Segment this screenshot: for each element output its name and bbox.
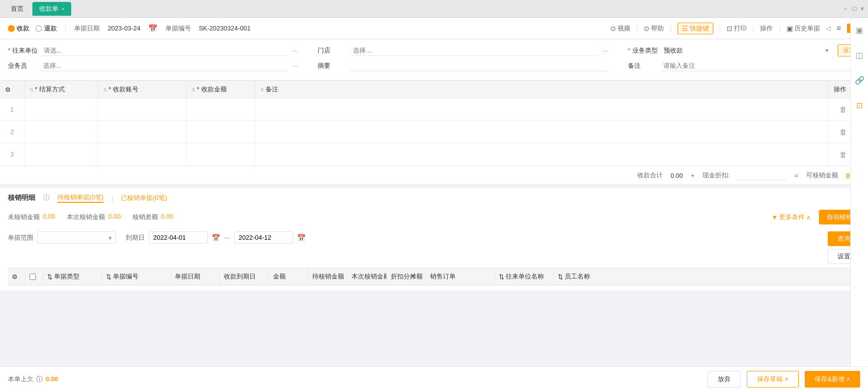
- date-separator: —: [224, 234, 230, 241]
- nav-arrows[interactable]: ◁: [826, 25, 831, 32]
- staff-input[interactable]: [40, 60, 288, 71]
- current-verify-stat: 本次核销金额 0.00: [67, 213, 120, 222]
- table-row: 2 🗑 ⊞: [0, 121, 868, 143]
- bottom-bar: 本单上欠 ⓘ 0.00 放弃 保存草稿 ∧ 保存&新增 ∧: [0, 366, 868, 391]
- staff-more-btn[interactable]: ···: [293, 62, 298, 70]
- range-filter: 单据范围: [8, 231, 116, 244]
- layout-icon[interactable]: ≡: [837, 24, 841, 33]
- due-date-filter: 到期日 📅 — 📅: [126, 231, 305, 244]
- dcol-sales-order: 销售订单: [426, 268, 495, 285]
- completed-tab[interactable]: 已核销单据(0笔): [121, 194, 167, 202]
- help-action[interactable]: ⊙ 帮助: [644, 24, 664, 33]
- range-label: 单据范围: [8, 233, 33, 242]
- bottom-info-icon[interactable]: ⓘ: [36, 375, 43, 384]
- sidebar-link-icon[interactable]: 🔗: [855, 72, 865, 89]
- remarks-input[interactable]: [660, 60, 860, 71]
- staff-field: 业务员 ···: [8, 60, 298, 71]
- tab-current[interactable]: 收款单 ×: [32, 2, 71, 16]
- more-conditions-btn[interactable]: ▼ 更多条件 ∧: [771, 213, 811, 222]
- verify-info-icon[interactable]: ⓘ: [43, 194, 50, 202]
- from-calendar-icon[interactable]: 📅: [212, 234, 220, 242]
- to-calendar-icon[interactable]: 📅: [297, 234, 305, 242]
- business-type-dropdown-icon[interactable]: ▾: [825, 47, 829, 54]
- dcol-current: 本次核销金额: [348, 268, 387, 285]
- total-label: 收款合计: [637, 171, 663, 180]
- maximize-icon[interactable]: □: [853, 5, 857, 12]
- tab-close-icon[interactable]: ×: [61, 6, 64, 12]
- date-value: 2023-03-24: [108, 25, 140, 32]
- toolbar-actions: ⊙ 视频 | ⊙ 帮助 | ☰ 快捷键 | ⊡ 打印 | 操作 | ▣ 历史单据…: [610, 23, 860, 34]
- range-select[interactable]: [37, 231, 116, 244]
- dcol-number: ⇅ 单据编号: [102, 268, 171, 285]
- tab-home[interactable]: 首页: [4, 2, 30, 16]
- row-1-account[interactable]: [98, 98, 187, 120]
- dcol-amount: 金额: [269, 268, 308, 285]
- detail-gear-icon[interactable]: ⚙: [12, 273, 18, 280]
- row-3-amount[interactable]: [187, 143, 255, 166]
- gear-icon[interactable]: ⚙: [5, 86, 11, 93]
- sidebar-layout-icon[interactable]: ◫: [856, 47, 863, 64]
- partner-input[interactable]: [41, 45, 288, 56]
- dcol-pending: 待核销金额: [308, 268, 348, 285]
- row-3-delete-icon[interactable]: 🗑: [840, 150, 847, 159]
- row-2-account[interactable]: [98, 121, 187, 143]
- dcol-discount: 折扣分摊额: [387, 268, 426, 285]
- history-action[interactable]: ▣ 历史单据: [787, 24, 820, 33]
- sidebar-table-icon[interactable]: ▣: [856, 22, 863, 39]
- verification-section: 核销明细 ⓘ 待核销单据(0笔) | 已核销单据(0笔) 未核销金额 0.00 …: [0, 188, 868, 290]
- equals-sign: =: [794, 172, 798, 179]
- partner-field: 往来单位 ···: [8, 45, 298, 56]
- dcol-date: 单据日期: [171, 268, 220, 285]
- summary-input[interactable]: [350, 60, 608, 71]
- minimize-icon[interactable]: －: [842, 4, 849, 13]
- filter-icon: ▼: [771, 214, 778, 221]
- row-3-settlement[interactable]: [25, 143, 98, 166]
- store-input[interactable]: [350, 45, 597, 56]
- number-value: SK-20230324-001: [199, 25, 251, 32]
- form-row-1: 往来单位 ··· 门店 ··· 业务类型 预收款 ▾ 设置: [8, 44, 860, 56]
- save-draft-button[interactable]: 保存草稿 ∧: [747, 371, 799, 388]
- to-date-input[interactable]: [234, 231, 293, 244]
- video-action[interactable]: ⊙ 视频: [610, 24, 630, 33]
- shortcut-action[interactable]: ☰ 快捷键: [678, 23, 713, 34]
- row-2-settlement[interactable]: [25, 121, 98, 143]
- col-settlement: ⇅ * 结算方式: [25, 81, 98, 98]
- sidebar-expand-icon[interactable]: ⊡: [856, 97, 863, 114]
- discount-label: 现金折扣:: [703, 171, 730, 180]
- save-draft-arrow: ∧: [785, 376, 788, 382]
- store-more-btn[interactable]: ···: [602, 47, 608, 55]
- partner-more-btn[interactable]: ···: [293, 47, 298, 55]
- row-3-account[interactable]: [98, 143, 187, 166]
- row-3-remarks[interactable]: [255, 143, 829, 166]
- due-date-label: 到期日: [126, 233, 145, 242]
- row-2-remarks[interactable]: [255, 121, 829, 143]
- select-all-checkbox[interactable]: [29, 274, 36, 280]
- print-icon: ⊡: [727, 25, 732, 32]
- print-action[interactable]: ⊡ 打印: [727, 24, 747, 33]
- right-sidebar: ▣ ◫ 🔗 ⊡: [850, 18, 868, 366]
- row-1-delete-icon[interactable]: 🗑: [840, 105, 847, 113]
- dcol-check: [26, 268, 43, 285]
- discount-input[interactable]: [737, 170, 787, 180]
- row-1-settlement[interactable]: [25, 98, 98, 120]
- from-date-input[interactable]: [149, 231, 208, 244]
- form-row-2: 业务员 ··· 摘要 备注: [8, 60, 860, 71]
- refund-radio[interactable]: 退款: [35, 24, 57, 33]
- prev-arrow[interactable]: ◁: [826, 25, 831, 32]
- operation-action[interactable]: 操作: [760, 24, 773, 33]
- save-new-button[interactable]: 保存&新增 ∧: [805, 371, 860, 388]
- col-amount: ⇅ * 收款金额: [187, 81, 255, 98]
- close-icon[interactable]: ×: [860, 5, 864, 12]
- receipt-radio-dot: [8, 25, 15, 32]
- receipt-radio[interactable]: 收款: [8, 24, 29, 33]
- col-gear: ⚙: [0, 81, 25, 98]
- row-1-amount[interactable]: [187, 98, 255, 120]
- abandon-button[interactable]: 放弃: [707, 371, 741, 388]
- row-1-remarks[interactable]: [255, 98, 829, 120]
- row-2-amount[interactable]: [187, 121, 255, 143]
- pending-tab[interactable]: 待核销单据(0笔): [57, 193, 104, 203]
- calendar-icon[interactable]: 📅: [148, 24, 158, 33]
- row-2-delete-icon[interactable]: 🗑: [840, 128, 847, 136]
- tab-bar: 首页 收款单 × － □ ×: [0, 0, 868, 18]
- refund-radio-dot: [35, 25, 42, 32]
